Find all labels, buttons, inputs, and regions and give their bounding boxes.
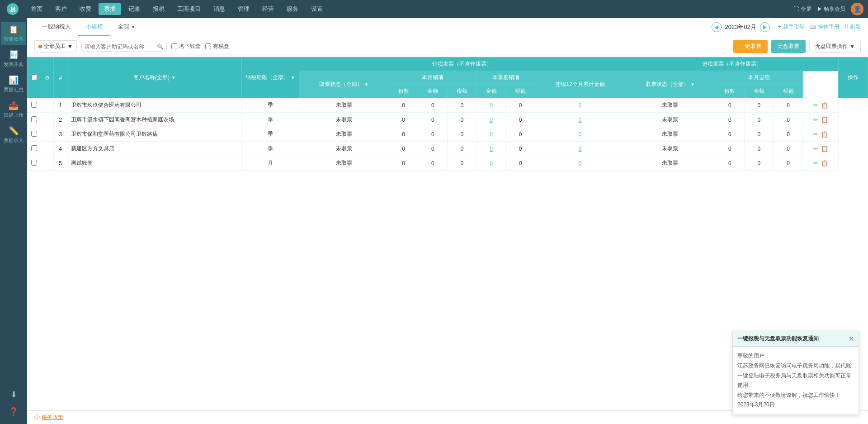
search-input[interactable] bbox=[85, 43, 157, 50]
row-sales-q-tax: 0 bbox=[506, 127, 535, 142]
tax-policy-link[interactable]: 税务政策 bbox=[42, 414, 63, 421]
nav-management[interactable]: 管理 bbox=[232, 3, 255, 15]
search-icon[interactable]: 🔍 bbox=[157, 43, 164, 50]
row-sales-m-tax: 0 bbox=[448, 127, 477, 142]
nav-services[interactable]: 服务 bbox=[281, 3, 304, 15]
row-detail-icon[interactable]: 📋 bbox=[821, 131, 828, 138]
tab-general-taxpayer[interactable]: 一般纳税人 bbox=[34, 18, 78, 36]
row-detail-icon[interactable]: 📋 bbox=[821, 145, 828, 152]
th-quarterly-sales: 本季度销项 bbox=[476, 71, 535, 85]
row-checkbox-cell[interactable] bbox=[28, 113, 41, 127]
row-input-m-tax: 0 bbox=[774, 127, 803, 142]
sidebar-label-smart: 智能取票 bbox=[4, 36, 24, 43]
row-sales-q-tax: 0 bbox=[506, 113, 535, 127]
tab-small-scale[interactable]: 小规模 bbox=[78, 18, 110, 36]
refresh-btn[interactable]: ↻ 刷新 bbox=[844, 23, 861, 31]
prev-period-btn[interactable]: ◀ bbox=[712, 22, 722, 32]
nav-billing[interactable]: 收费 bbox=[74, 3, 97, 15]
tab-all-capability[interactable]: 全能 ▼ bbox=[110, 18, 143, 36]
user-avatar[interactable]: 👤 bbox=[851, 3, 863, 15]
nav-operations[interactable]: 经营 bbox=[257, 3, 279, 15]
nav-messages[interactable]: 消息 bbox=[208, 3, 231, 15]
row-edit-icon[interactable]: ✏ bbox=[813, 102, 818, 109]
row-checkbox[interactable] bbox=[31, 145, 37, 151]
sidebar-item-download[interactable]: ⬇ bbox=[1, 387, 26, 402]
help-icon: ❓ bbox=[9, 407, 19, 417]
row-checkbox[interactable] bbox=[31, 102, 37, 108]
row-input-m-count: 0 bbox=[715, 142, 745, 156]
member-btn[interactable]: ▶ 畅享会员 bbox=[817, 5, 845, 13]
sales-status-filter-icon[interactable]: ▼ bbox=[364, 82, 368, 87]
row-input-m-amount: 0 bbox=[745, 127, 774, 142]
row-settings-cell bbox=[41, 127, 54, 142]
row-edit-icon[interactable]: ✏ bbox=[813, 131, 818, 138]
tax-disk-checkbox-label[interactable]: 有税盘 bbox=[205, 43, 229, 50]
th-checkbox bbox=[28, 57, 41, 98]
sidebar-item-scan[interactable]: 📤 扫描上传 bbox=[1, 98, 26, 121]
row-checkbox-cell[interactable] bbox=[28, 142, 41, 156]
row-edit-icon[interactable]: ✏ bbox=[813, 160, 818, 167]
my-accounts-checkbox-label[interactable]: 名下账套 bbox=[171, 43, 201, 50]
manual-btn[interactable]: 📖 操作手册 bbox=[809, 23, 839, 31]
nav-invoice[interactable]: 票据 bbox=[99, 3, 121, 15]
sidebar-item-summary[interactable]: 📊 票据汇总 bbox=[1, 72, 26, 96]
notification-close-btn[interactable]: ✕ bbox=[849, 335, 854, 343]
row-checkbox[interactable] bbox=[31, 116, 37, 122]
row-edit-icon[interactable]: ✏ bbox=[813, 116, 818, 123]
select-all-checkbox[interactable] bbox=[31, 74, 37, 80]
row-detail-icon[interactable]: 📋 bbox=[821, 160, 828, 167]
sidebar-item-issue-invoice[interactable]: 🧾 发票开具 bbox=[1, 47, 26, 71]
filter-label: 全部员工 bbox=[44, 43, 66, 50]
manual-icon: 📖 bbox=[809, 24, 816, 30]
download-icon: ⬇ bbox=[10, 390, 17, 400]
no-disk-retrieve-btn[interactable]: 无盘取票 bbox=[771, 40, 806, 53]
nav-customer[interactable]: 客户 bbox=[50, 3, 72, 15]
input-status-filter-icon[interactable]: ▼ bbox=[690, 82, 695, 87]
my-accounts-checkbox[interactable] bbox=[171, 43, 177, 49]
employee-filter[interactable]: 全部员工 ▼ bbox=[34, 40, 77, 52]
th-12m: 连续12个月累计金额 bbox=[535, 71, 625, 98]
row-sales-12m: 0 bbox=[535, 98, 625, 113]
new-guide-btn[interactable]: ✦ 新手引导 bbox=[777, 23, 805, 31]
customer-filter-icon[interactable]: ▼ bbox=[171, 75, 175, 80]
row-input-status: 未取票 bbox=[625, 142, 715, 156]
table-row: 1 卫辉市玖玖健合医药有限公司 季 未取票 0 0 0 0 0 0 未取票 0 … bbox=[28, 98, 868, 113]
row-detail-icon[interactable]: 📋 bbox=[821, 116, 828, 123]
fullscreen-btn[interactable]: ⛶ 全屏 bbox=[793, 5, 811, 13]
nav-home[interactable]: 首页 bbox=[25, 3, 48, 15]
th-sales-header: 销项发票（不含作废票） bbox=[299, 57, 625, 71]
row-checkbox-cell[interactable] bbox=[28, 127, 41, 142]
row-edit-icon[interactable]: ✏ bbox=[813, 145, 818, 152]
row-input-m-tax: 0 bbox=[774, 156, 803, 171]
row-input-status: 未取票 bbox=[625, 98, 715, 113]
nav-tax[interactable]: 报税 bbox=[147, 3, 170, 15]
table-row: 5 测试账套 月 未取票 0 0 0 0 0 0 未取票 0 0 0 ✏ 📋 bbox=[28, 156, 868, 171]
sidebar-item-help[interactable]: ❓ bbox=[1, 404, 26, 419]
row-detail-icon[interactable]: 📋 bbox=[821, 102, 828, 109]
nav-business[interactable]: 工商项目 bbox=[172, 3, 206, 15]
row-tax-period: 季 bbox=[242, 142, 299, 156]
nav-settings[interactable]: 设置 bbox=[306, 3, 328, 15]
th-sales-q-amount: 金额 bbox=[476, 85, 506, 98]
notification-title: 一键报税与无盘取票功能恢复通知 bbox=[737, 335, 819, 343]
row-checkbox-cell[interactable] bbox=[28, 98, 41, 113]
th-sales-m-amount: 金额 bbox=[418, 85, 448, 98]
next-period-btn[interactable]: ▶ bbox=[760, 22, 770, 32]
no-disk-ops-btn[interactable]: 无盘取票操作 ▼ bbox=[809, 40, 861, 53]
tax-period-filter-icon[interactable]: ▼ bbox=[291, 75, 295, 80]
one-click-retrieve-btn[interactable]: 一键取票 bbox=[733, 40, 768, 53]
th-sales-m-tax: 税额 bbox=[448, 85, 477, 98]
tax-disk-checkbox[interactable] bbox=[205, 43, 211, 49]
th-settings[interactable]: ⚙ bbox=[41, 57, 54, 98]
nav-bookkeeping[interactable]: 记账 bbox=[123, 3, 146, 15]
row-sales-q-tax: 0 bbox=[506, 142, 535, 156]
row-sales-status: 未取票 bbox=[299, 156, 389, 171]
row-actions: ✏ 📋 bbox=[803, 98, 839, 113]
tab-all-dropdown-icon: ▼ bbox=[131, 24, 136, 29]
row-checkbox[interactable] bbox=[31, 131, 37, 137]
row-checkbox[interactable] bbox=[31, 160, 37, 166]
row-checkbox-cell[interactable] bbox=[28, 156, 41, 171]
sidebar-item-entry[interactable]: ✏️ 票据录入 bbox=[1, 123, 26, 147]
th-tax-period: 纳税期限（全部） ▼ bbox=[242, 57, 299, 98]
sidebar-item-smart-invoice[interactable]: 📋 智能取票 bbox=[1, 22, 26, 45]
